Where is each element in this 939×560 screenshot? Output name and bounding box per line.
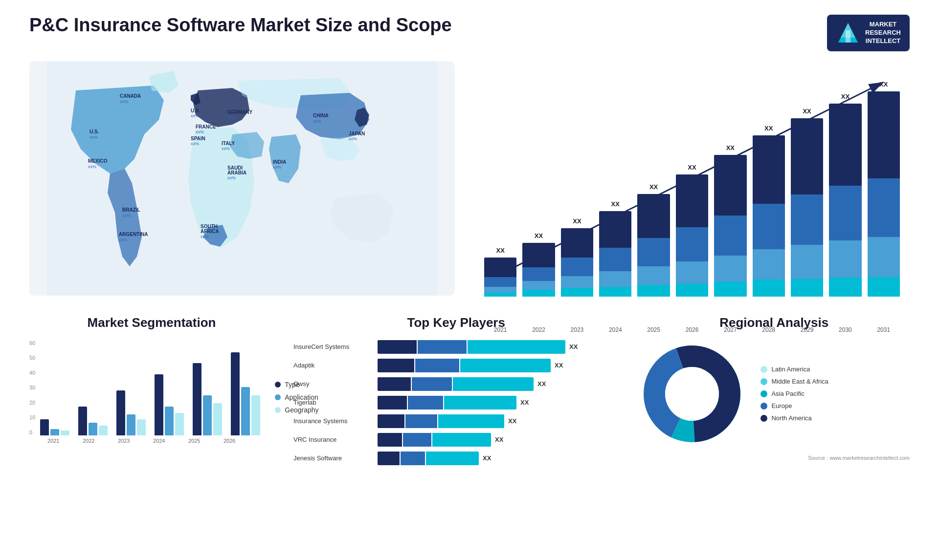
player-row-tigerlab: Tigerlab XX bbox=[293, 396, 619, 409]
player-row-jenesis: Jenesis Software XX bbox=[293, 452, 619, 465]
player-value-jenesis: XX bbox=[483, 454, 491, 462]
player-bar-insurecert: XX bbox=[378, 340, 619, 354]
donut-chart bbox=[638, 340, 746, 448]
bar-group-2023: XX bbox=[561, 81, 593, 297]
seg-x-2026: 2026 bbox=[216, 438, 243, 444]
svg-text:FRANCE: FRANCE bbox=[196, 124, 216, 129]
bar-stack-2021 bbox=[484, 258, 516, 297]
player-value-vrc: XX bbox=[495, 436, 503, 443]
svg-text:GERMANY: GERMANY bbox=[227, 109, 252, 115]
svg-text:xx%: xx% bbox=[119, 237, 127, 242]
year-2029: 2029 bbox=[801, 326, 814, 333]
svg-text:JAPAN: JAPAN bbox=[349, 131, 365, 136]
seg-x-2023: 2023 bbox=[111, 438, 137, 444]
legend-latin-america: Latin America bbox=[760, 366, 828, 373]
legend-mea-dot bbox=[760, 378, 767, 385]
y-label-30: 30 bbox=[29, 385, 35, 390]
player-value-owsy: XX bbox=[537, 380, 546, 388]
svg-text:BRAZIL: BRAZIL bbox=[122, 207, 140, 213]
seg-bar-2021 bbox=[40, 419, 69, 435]
legend-asia-pacific: Asia Pacific bbox=[760, 390, 828, 397]
y-label-0: 0 bbox=[29, 430, 35, 435]
bar-label-2027: XX bbox=[726, 144, 735, 151]
bar-group-2029: XX bbox=[791, 81, 823, 297]
seg-x-2024: 2024 bbox=[146, 438, 172, 444]
bar-label-2030: XX bbox=[841, 93, 850, 100]
legend-middle-east: Middle East & Africa bbox=[760, 378, 828, 385]
source-text: Source : www.marketresearchintellect.com bbox=[638, 455, 910, 461]
legend-latin-label: Latin America bbox=[771, 366, 810, 373]
bar-label-2026: XX bbox=[688, 164, 696, 171]
svg-text:xx%: xx% bbox=[122, 213, 131, 218]
svg-text:xx%: xx% bbox=[222, 146, 230, 151]
logo: MARKET RESEARCH INTELLECT bbox=[827, 15, 910, 51]
bottom-section: Market Segmentation 60 50 40 30 20 10 0 bbox=[29, 315, 910, 465]
seg-bar-2022 bbox=[78, 407, 108, 435]
svg-text:xx%: xx% bbox=[313, 119, 321, 124]
player-bar-owsy: XX bbox=[378, 377, 619, 391]
svg-text:xx%: xx% bbox=[227, 175, 236, 180]
svg-text:xx%: xx% bbox=[191, 113, 199, 118]
segmentation-title: Market Segmentation bbox=[29, 315, 274, 330]
svg-text:xx%: xx% bbox=[88, 164, 96, 169]
logo-text: MARKET RESEARCH INTELLECT bbox=[865, 21, 901, 45]
svg-text:xx%: xx% bbox=[196, 129, 204, 134]
seg-x-2021: 2021 bbox=[40, 438, 67, 444]
seg-y-axis: 60 50 40 30 20 10 0 bbox=[29, 340, 35, 448]
svg-text:INDIA: INDIA bbox=[273, 159, 286, 165]
bar-group-2022: XX bbox=[522, 81, 555, 297]
page-container: P&C Insurance Software Market Size and S… bbox=[0, 0, 939, 560]
svg-text:U.K.: U.K. bbox=[191, 108, 201, 113]
svg-point-43 bbox=[665, 367, 719, 421]
svg-text:ARABIA: ARABIA bbox=[227, 170, 246, 175]
donut-wrapper: Latin America Middle East & Africa Asia … bbox=[638, 340, 910, 448]
player-value-insurance-systems: XX bbox=[508, 417, 516, 425]
player-bar-adaptik: XX bbox=[378, 359, 619, 372]
player-bar-tigerlab: XX bbox=[378, 396, 619, 409]
bar-label-2031: XX bbox=[879, 81, 888, 88]
top-section: CANADA xx% U.S. xx% MEXICO xx% BRAZIL xx… bbox=[29, 61, 910, 296]
regional-legend: Latin America Middle East & Africa Asia … bbox=[760, 366, 828, 422]
map-container: CANADA xx% U.S. xx% MEXICO xx% BRAZIL xx… bbox=[29, 61, 455, 296]
bar-chart-container: XX XX bbox=[474, 61, 910, 296]
player-row-vrc: VRC Insurance XX bbox=[293, 433, 619, 447]
bar-group-2024: XX bbox=[599, 81, 631, 297]
svg-text:CHINA: CHINA bbox=[313, 113, 329, 118]
legend-na-label: North America bbox=[771, 414, 811, 422]
svg-text:xx%: xx% bbox=[120, 99, 128, 104]
svg-rect-2 bbox=[846, 30, 850, 43]
players-list: InsureCert Systems XX Adaptik bbox=[293, 340, 619, 465]
svg-text:xx%: xx% bbox=[349, 136, 357, 141]
year-2025: 2025 bbox=[647, 326, 660, 333]
player-value-adaptik: XX bbox=[555, 362, 563, 369]
svg-text:U.S.: U.S. bbox=[89, 129, 99, 134]
player-name-adaptik: Adaptik bbox=[293, 362, 372, 369]
header: P&C Insurance Software Market Size and S… bbox=[29, 15, 910, 51]
legend-application-dot bbox=[275, 394, 281, 400]
legend-na-dot bbox=[760, 415, 767, 422]
year-2026: 2026 bbox=[686, 326, 699, 333]
bar-label-2021: XX bbox=[496, 247, 505, 254]
bar-label-2023: XX bbox=[573, 217, 581, 225]
bar-chart-bars: XX XX bbox=[484, 81, 900, 297]
bar-group-2027: XX bbox=[714, 81, 746, 297]
player-name-owsy: Owsy bbox=[293, 380, 372, 388]
year-2030: 2030 bbox=[839, 326, 852, 333]
segmentation-container: Market Segmentation 60 50 40 30 20 10 0 bbox=[29, 315, 274, 465]
svg-text:CANADA: CANADA bbox=[120, 93, 141, 99]
svg-text:SPAIN: SPAIN bbox=[191, 136, 205, 141]
y-label-40: 40 bbox=[29, 370, 35, 376]
y-label-60: 60 bbox=[29, 340, 35, 346]
players-container: Top Key Players InsureCert Systems XX bbox=[293, 315, 619, 465]
legend-europe-dot bbox=[760, 403, 767, 409]
seg-bar-2026 bbox=[231, 352, 260, 435]
seg-bars bbox=[40, 340, 260, 435]
legend-latin-dot bbox=[760, 366, 767, 373]
y-label-50: 50 bbox=[29, 355, 35, 361]
y-label-10: 10 bbox=[29, 414, 35, 420]
player-row-owsy: Owsy XX bbox=[293, 377, 619, 391]
bar-label-2024: XX bbox=[611, 200, 620, 208]
legend-north-america: North America bbox=[760, 414, 828, 422]
year-2024: 2024 bbox=[609, 326, 622, 333]
player-value-tigerlab: XX bbox=[520, 399, 529, 406]
